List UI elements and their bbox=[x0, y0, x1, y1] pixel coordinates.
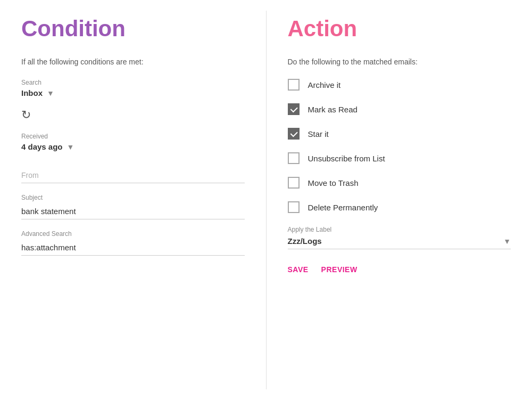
action-item-delete[interactable]: Delete Permanently bbox=[288, 201, 511, 213]
search-dropdown-arrow-icon[interactable]: ▼ bbox=[47, 89, 54, 97]
action-item-archive[interactable]: Archive it bbox=[288, 79, 511, 91]
search-field-group: Search Inbox ▼ bbox=[21, 79, 245, 97]
subject-input[interactable] bbox=[21, 203, 245, 219]
refresh-icon[interactable]: ↻ bbox=[21, 108, 31, 122]
mark-read-label: Mark as Read bbox=[308, 105, 358, 114]
archive-checkbox[interactable] bbox=[288, 79, 300, 91]
subject-label: Subject bbox=[21, 194, 245, 201]
mark-read-checkbox[interactable] bbox=[288, 103, 300, 115]
action-title: Action bbox=[288, 16, 511, 42]
star-label: Star it bbox=[308, 129, 329, 138]
search-dropdown[interactable]: Inbox ▼ bbox=[21, 88, 245, 97]
save-button[interactable]: SAVE bbox=[288, 265, 309, 274]
received-label: Received bbox=[21, 133, 245, 140]
from-field-group bbox=[21, 167, 245, 183]
preview-button[interactable]: PREVIEW bbox=[321, 265, 358, 274]
apply-label-section: Apply the Label Zzz/Logs ▼ bbox=[288, 226, 511, 249]
delete-label: Delete Permanently bbox=[308, 203, 378, 212]
trash-label: Move to Trash bbox=[308, 178, 359, 187]
condition-title: Condition bbox=[21, 16, 245, 42]
archive-label: Archive it bbox=[308, 80, 341, 89]
action-item-star[interactable]: Star it bbox=[288, 128, 511, 140]
unsubscribe-label: Unsubscribe from List bbox=[308, 154, 385, 163]
action-item-trash[interactable]: Move to Trash bbox=[288, 177, 511, 189]
label-dropdown-value: Zzz/Logs bbox=[288, 236, 504, 246]
refresh-button[interactable]: ↻ bbox=[21, 108, 245, 133]
action-item-unsubscribe[interactable]: Unsubscribe from List bbox=[288, 152, 511, 164]
advanced-search-input[interactable] bbox=[21, 240, 245, 256]
trash-checkbox[interactable] bbox=[288, 177, 300, 189]
from-input[interactable] bbox=[21, 167, 245, 183]
search-dropdown-value: Inbox bbox=[21, 88, 43, 97]
received-dropdown-value: 4 days ago bbox=[21, 142, 63, 151]
unsubscribe-checkbox[interactable] bbox=[288, 152, 300, 164]
label-dropdown-arrow-icon[interactable]: ▼ bbox=[503, 237, 511, 246]
subject-field-group: Subject bbox=[21, 194, 245, 219]
condition-panel: Condition If all the following condition… bbox=[0, 0, 266, 400]
label-dropdown[interactable]: Zzz/Logs ▼ bbox=[288, 236, 511, 249]
action-item-mark-read[interactable]: Mark as Read bbox=[288, 103, 511, 115]
received-dropdown[interactable]: 4 days ago ▼ bbox=[21, 142, 245, 151]
received-field-group: Received 4 days ago ▼ bbox=[21, 133, 245, 151]
action-subtitle: Do the following to the matched emails: bbox=[288, 58, 511, 66]
condition-subtitle: If all the following conditions are met: bbox=[21, 58, 245, 66]
action-buttons: SAVE PREVIEW bbox=[288, 265, 511, 274]
advanced-search-label: Advanced Search bbox=[21, 230, 245, 238]
advanced-search-field-group: Advanced Search bbox=[21, 230, 245, 256]
apply-label-title: Apply the Label bbox=[288, 226, 511, 233]
action-panel: Action Do the following to the matched e… bbox=[267, 0, 533, 400]
received-dropdown-arrow-icon[interactable]: ▼ bbox=[67, 143, 74, 151]
star-checkbox[interactable] bbox=[288, 128, 300, 140]
search-label: Search bbox=[21, 79, 245, 86]
delete-checkbox[interactable] bbox=[288, 201, 300, 213]
